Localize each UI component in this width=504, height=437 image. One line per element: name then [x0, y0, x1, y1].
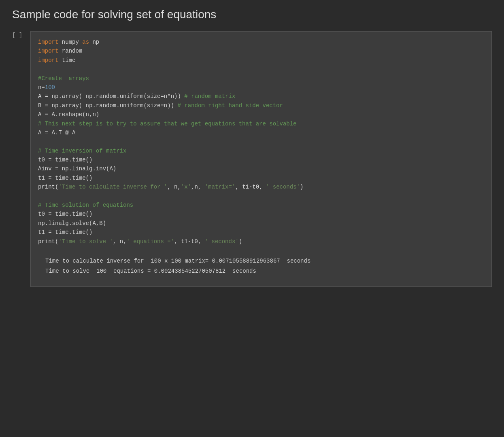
code-line-15: Ainv = np.linalg.inv(A) — [38, 164, 484, 173]
code-line-1: import numpy as np — [38, 38, 484, 47]
output-line-1: Time to calculate inverse for 100 x 100 … — [45, 256, 477, 266]
code-line-14: t0 = time.time() — [38, 155, 484, 164]
output-block: Time to calculate inverse for 100 x 100 … — [38, 252, 484, 280]
output-line-2: Time to solve 100 equations = 0.00243854… — [45, 266, 477, 276]
code-line-13: # Time inversion of matrix — [38, 146, 484, 155]
code-line-20: t0 = time.time() — [38, 210, 484, 218]
code-line-19: # Time solution of equations — [38, 201, 484, 210]
page-title: Sample code for solving set of equations — [12, 8, 492, 21]
code-line-22: t1 = time.time() — [38, 228, 484, 237]
code-line-9: A = A.reshape(n,n) — [38, 110, 484, 119]
code-line-16: t1 = time.time() — [38, 174, 484, 182]
code-line-21: np.linalg.solve(A,B) — [38, 219, 484, 228]
code-line-12 — [38, 137, 484, 146]
code-line-17: print('Time to calculate inverse for ', … — [38, 182, 484, 191]
notebook-cell: [ ] import numpy as np import random imp… — [12, 31, 492, 287]
code-line-18 — [38, 192, 484, 201]
code-line-11: A = A.T @ A — [38, 128, 484, 137]
code-line-8: B = np.array( np.random.uniform(size=n))… — [38, 101, 484, 110]
code-line-7: A = np.array( np.random.uniform(size=n*n… — [38, 92, 484, 101]
code-line-6: n=100 — [38, 83, 484, 92]
code-line-2: import random — [38, 47, 484, 55]
code-block[interactable]: import numpy as np import random import … — [30, 31, 492, 287]
code-line-4 — [38, 65, 484, 74]
code-line-5: #Create arrays — [38, 74, 484, 83]
code-line-23: print('Time to solve ', n,' equations ='… — [38, 237, 484, 246]
cell-bracket: [ ] — [12, 31, 30, 38]
code-line-10: # This next step is to try to assure tha… — [38, 119, 484, 128]
code-line-3: import time — [38, 56, 484, 65]
